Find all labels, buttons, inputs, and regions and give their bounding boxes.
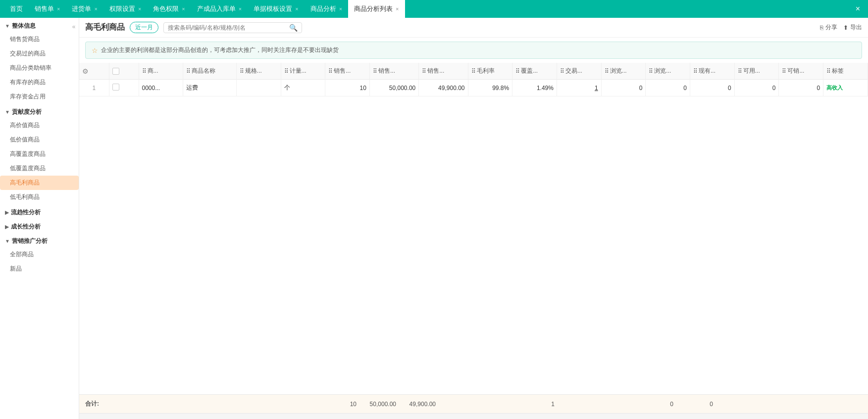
search-input[interactable] xyxy=(168,24,289,31)
sidebar-item-new-goods[interactable]: 新品 xyxy=(0,262,79,276)
col-header-name-sep: ⠿ xyxy=(186,68,191,75)
arrow-marketing: ▼ xyxy=(5,238,10,244)
cell-sales-cost: 49,900.00 xyxy=(419,80,468,96)
sidebar-item-sales-goods[interactable]: 销售货商品 xyxy=(0,32,79,47)
cell-spec xyxy=(236,80,281,96)
sidebar-item-high-margin[interactable]: 高毛利商品 xyxy=(0,176,79,190)
arrow-overall: ▼ xyxy=(5,23,10,29)
footer-sales-qty: 10 xyxy=(320,401,359,408)
cell-current-stock: 0 xyxy=(690,80,735,96)
nav-purchase[interactable]: 进货单 × xyxy=(66,0,103,18)
sidebar-group-contribution[interactable]: ▼ 贡献度分析 xyxy=(0,104,79,118)
sidebar-collapse-button[interactable]: « xyxy=(69,22,79,32)
close-inbound-tab[interactable]: × xyxy=(239,6,242,12)
nav-right-actions: × xyxy=(852,4,864,13)
col-header-browse-b: ⠿ 浏览... xyxy=(646,63,690,80)
sidebar-group-overall[interactable]: ▼ 整体信息 xyxy=(0,18,79,32)
col-header-transaction: ⠿ 交易... xyxy=(557,63,601,80)
sidebar-group-trend[interactable]: ▶ 流趋性分析 xyxy=(0,204,79,219)
export-button[interactable]: ⬆ 导出 xyxy=(843,23,862,32)
col-header-cv-sep: ⠿ xyxy=(515,68,520,75)
sidebar-item-in-stock[interactable]: 有库存的商品 xyxy=(0,75,79,90)
col-header-available-stock: ⠿ 可用... xyxy=(734,63,779,80)
footer-transaction: 1 xyxy=(518,401,558,408)
sidebar-item-traded-goods[interactable]: 交易过的商品 xyxy=(0,47,79,61)
filter-period-button[interactable]: 近一月 xyxy=(130,22,158,33)
sidebar-item-all-goods[interactable]: 全部商品 xyxy=(0,247,79,262)
sidebar-item-high-coverage[interactable]: 高覆盖度商品 xyxy=(0,147,79,161)
close-role-tab[interactable]: × xyxy=(182,6,185,12)
cell-checkbox[interactable] xyxy=(109,80,139,96)
col-header-sa-sep: ⠿ xyxy=(373,68,377,75)
close-permission-tab[interactable]: × xyxy=(138,6,141,12)
footer-label: 合计: xyxy=(85,400,99,408)
info-icon: ☆ xyxy=(92,47,98,54)
select-all-checkbox[interactable] xyxy=(112,68,119,75)
close-purchase-tab[interactable]: × xyxy=(94,6,97,12)
share-button[interactable]: ⎘ 分享 xyxy=(820,23,837,32)
close-analysis-list-tab[interactable]: × xyxy=(396,6,399,12)
footer-sales-cost: 49,900.00 xyxy=(399,401,439,408)
export-icon: ⬆ xyxy=(843,24,848,31)
footer-sales-amt: 50,000.00 xyxy=(359,401,399,408)
arrow-trend: ▶ xyxy=(5,210,9,215)
arrow-growth: ▶ xyxy=(5,224,9,230)
col-header-tag-sep: ⠿ xyxy=(826,68,831,75)
cell-browse-a: 0 xyxy=(601,80,646,96)
sidebar-item-stock-capital[interactable]: 库存资金占用 xyxy=(0,90,79,104)
close-window-button[interactable]: × xyxy=(852,4,864,13)
sidebar: « ▼ 整体信息 销售货商品 交易过的商品 商品分类助销率 有库存的商品 库存资… xyxy=(0,18,79,419)
share-icon: ⎘ xyxy=(820,24,823,31)
col-header-unit: ⠿ 计量... xyxy=(281,63,325,80)
col-header-gross-margin: ⠿ 毛利率 xyxy=(468,63,512,80)
footer-browse-b xyxy=(597,401,637,408)
footer-browse-a xyxy=(558,401,597,408)
col-header-coverage: ⠿ 覆盖... xyxy=(512,63,557,80)
sidebar-item-low-margin[interactable]: 低毛利商品 xyxy=(0,190,79,204)
close-sales-tab[interactable]: × xyxy=(57,6,60,12)
col-header-checkbox[interactable] xyxy=(109,63,139,80)
sidebar-item-low-value[interactable]: 低价值商品 xyxy=(0,133,79,147)
horizontal-scrollbar[interactable] xyxy=(79,413,868,419)
header-actions: ⎘ 分享 ⬆ 导出 xyxy=(820,23,862,32)
nav-permission-settings[interactable]: 权限设置 × xyxy=(103,0,147,18)
sidebar-group-growth[interactable]: ▶ 成长性分析 xyxy=(0,219,79,233)
col-header-browse-a: ⠿ 浏览... xyxy=(601,63,646,80)
nav-product-analysis-list[interactable]: 商品分析列表 × xyxy=(348,0,405,18)
nav-template-settings[interactable]: 单据模板设置 × xyxy=(248,0,304,18)
sidebar-item-high-value[interactable]: 高价值商品 xyxy=(0,118,79,133)
row-checkbox[interactable] xyxy=(112,84,119,91)
top-navigation: 首页 销售单 × 进货单 × 权限设置 × 角色权限 × 产成品入库单 × 单据… xyxy=(0,0,868,18)
table-container[interactable]: ⚙ ⠿ 商... xyxy=(79,63,868,394)
col-header-bb-sep: ⠿ xyxy=(649,68,653,75)
cell-browse-b: 0 xyxy=(646,80,690,96)
close-analysis-tab[interactable]: × xyxy=(339,6,342,12)
col-header-salable-stock: ⠿ 可销... xyxy=(779,63,823,80)
col-header-sales-amt: ⠿ 销售... xyxy=(369,63,418,80)
nav-home[interactable]: 首页 xyxy=(4,0,29,18)
nav-product-inbound[interactable]: 产成品入库单 × xyxy=(191,0,248,18)
close-template-tab[interactable]: × xyxy=(295,6,298,12)
gear-icon[interactable]: ⚙ xyxy=(82,67,89,75)
cell-sales-qty: 10 xyxy=(325,80,370,96)
sidebar-group-marketing[interactable]: ▼ 营销推广分析 xyxy=(0,233,79,247)
cell-unit: 个 xyxy=(281,80,325,96)
nav-sales[interactable]: 销售单 × xyxy=(29,0,66,18)
col-header-sales-qty: ⠿ 销售... xyxy=(325,63,370,80)
nav-product-analysis[interactable]: 商品分析 × xyxy=(305,0,348,18)
cell-transaction[interactable]: 1 xyxy=(557,80,601,96)
search-icon[interactable]: 🔍 xyxy=(289,24,298,32)
sidebar-item-low-coverage[interactable]: 低覆盖度商品 xyxy=(0,161,79,176)
sidebar-item-category-rate[interactable]: 商品分类助销率 xyxy=(0,61,79,75)
footer-current-stock: 0 xyxy=(637,401,676,408)
col-header-sc-sep: ⠿ xyxy=(422,68,426,75)
nav-role-permissions[interactable]: 角色权限 × xyxy=(147,0,191,18)
col-header-cs-sep: ⠿ xyxy=(693,68,698,75)
col-header-sales-cost: ⠿ 销售... xyxy=(419,63,468,80)
col-header-tag: ⠿ 标签 xyxy=(823,63,868,80)
search-box: 🔍 xyxy=(163,22,302,33)
arrow-contribution: ▼ xyxy=(5,109,10,115)
col-header-current-stock: ⠿ 现有... xyxy=(690,63,735,80)
col-header-spec-sep: ⠿ xyxy=(240,68,244,75)
table-row: 10000...运费个1050,000.0049,900.0099.8%1.49… xyxy=(79,80,868,96)
